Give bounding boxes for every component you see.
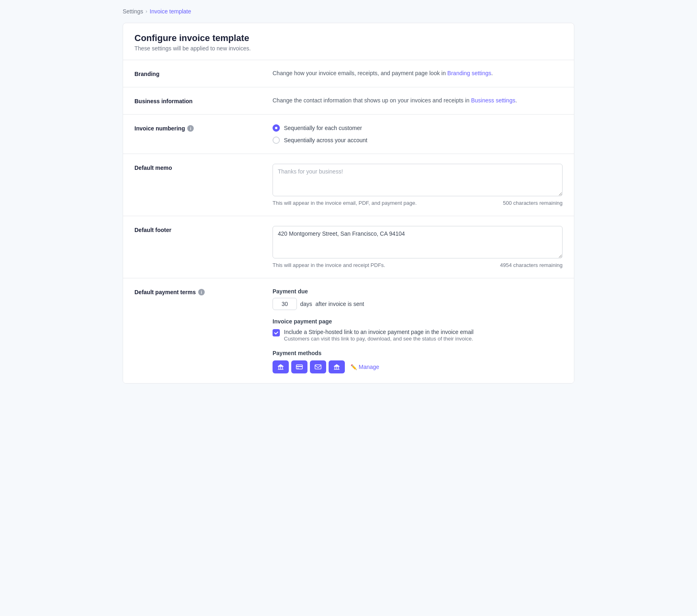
payment-icon-bank2[interactable] (329, 360, 345, 373)
svg-rect-0 (278, 367, 284, 367)
svg-rect-7 (297, 366, 303, 367)
business-information-row: Business information Change the contact … (123, 87, 574, 115)
default-memo-row: Default memo This will appear in the inv… (123, 154, 574, 216)
svg-rect-8 (297, 368, 299, 369)
payment-methods-label: Payment methods (273, 350, 563, 356)
svg-rect-3 (282, 367, 283, 369)
default-footer-content: This will appear in the invoice and rece… (273, 226, 563, 268)
days-input[interactable] (273, 298, 297, 310)
svg-marker-15 (334, 364, 340, 366)
payment-due-row: days after invoice is sent (273, 298, 563, 310)
breadcrumb-settings[interactable]: Settings (123, 8, 143, 15)
invoice-payment-page-label: Invoice payment page (273, 318, 563, 325)
default-footer-label: Default footer (134, 226, 273, 233)
page-title: Configure invoice template (134, 33, 563, 43)
svg-rect-4 (278, 369, 284, 370)
invoice-numbering-radio-group: Sequentially for each customer Sequentia… (273, 124, 563, 144)
breadcrumb: Settings › Invoice template (123, 8, 574, 15)
days-unit: days (300, 301, 312, 307)
radio-across-account-indicator (273, 137, 280, 144)
default-memo-textarea[interactable] (273, 164, 563, 196)
payment-icon-bank1[interactable] (273, 360, 289, 373)
payment-icon-email[interactable] (310, 360, 326, 373)
default-payment-terms-content: Payment due days after invoice is sent I… (273, 288, 563, 373)
branding-row: Branding Change how your invoice emails,… (123, 60, 574, 87)
invoice-payment-page-checkbox-row: Include a Stripe-hosted link to an invoi… (273, 329, 563, 342)
payment-terms-info-icon[interactable]: i (198, 289, 205, 295)
manage-payment-methods-link[interactable]: ✏️ Manage (351, 364, 379, 370)
include-payment-page-text: Include a Stripe-hosted link to an invoi… (284, 329, 474, 342)
default-footer-row: Default footer This will appear in the i… (123, 216, 574, 278)
default-payment-terms-row: Default payment terms i Payment due days… (123, 278, 574, 383)
radio-option-per-customer[interactable]: Sequentially for each customer (273, 124, 563, 132)
branding-settings-link[interactable]: Branding settings (447, 70, 491, 76)
invoice-numbering-content: Sequentially for each customer Sequentia… (273, 124, 563, 144)
svg-rect-9 (315, 365, 321, 369)
breadcrumb-current: Invoice template (150, 8, 191, 15)
svg-rect-1 (279, 367, 279, 369)
default-memo-content: This will appear in the invoice email, P… (273, 164, 563, 206)
default-memo-hint: This will appear in the invoice email, P… (273, 200, 563, 206)
after-invoice-text: after invoice is sent (316, 301, 364, 307)
branding-content: Change how your invoice emails, receipts… (273, 70, 563, 76)
payment-icons-row: ✏️ Manage (273, 360, 563, 373)
svg-rect-13 (338, 367, 339, 369)
invoice-numbering-label: Invoice numbering i (134, 124, 273, 132)
page-subtitle: These settings will be applied to new in… (134, 45, 563, 52)
svg-marker-5 (278, 364, 284, 366)
invoice-numbering-info-icon[interactable]: i (187, 125, 194, 132)
include-payment-page-checkbox[interactable] (273, 329, 280, 336)
svg-rect-2 (280, 367, 281, 369)
svg-rect-12 (336, 367, 337, 369)
payment-icon-card[interactable] (291, 360, 307, 373)
radio-across-account-label: Sequentially across your account (284, 137, 367, 143)
default-footer-textarea[interactable] (273, 226, 563, 258)
radio-option-across-account[interactable]: Sequentially across your account (273, 137, 563, 144)
svg-rect-10 (334, 367, 340, 367)
business-info-label: Business information (134, 97, 273, 104)
default-footer-hint: This will appear in the invoice and rece… (273, 262, 563, 268)
branding-label: Branding (134, 70, 273, 77)
card-header: Configure invoice template These setting… (123, 23, 574, 60)
payment-due-label: Payment due (273, 288, 563, 295)
pencil-icon: ✏️ (351, 364, 357, 370)
default-payment-terms-label: Default payment terms i (134, 288, 273, 295)
breadcrumb-separator: › (146, 9, 147, 14)
business-info-content: Change the contact information that show… (273, 97, 563, 104)
business-settings-link[interactable]: Business settings (471, 97, 515, 104)
radio-per-customer-indicator (273, 124, 280, 132)
svg-rect-14 (334, 369, 340, 370)
settings-card: Configure invoice template These setting… (123, 23, 574, 384)
radio-per-customer-label: Sequentially for each customer (284, 125, 362, 131)
invoice-numbering-row: Invoice numbering i Sequentially for eac… (123, 115, 574, 154)
svg-rect-11 (335, 367, 336, 369)
default-memo-label: Default memo (134, 164, 273, 171)
